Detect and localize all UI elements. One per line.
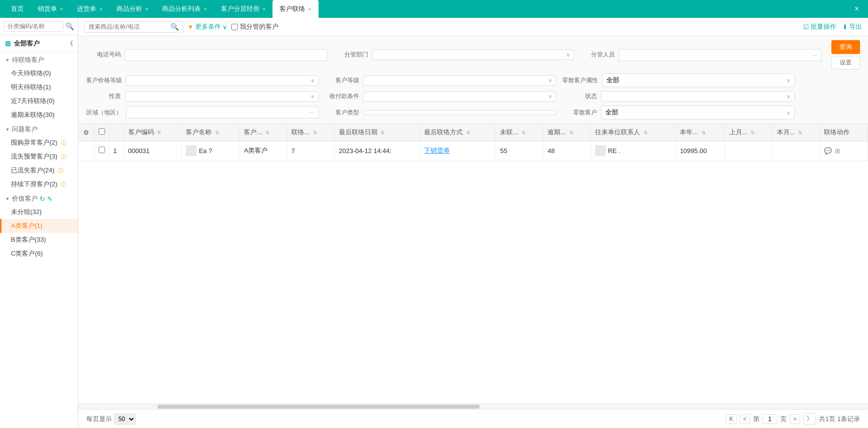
sidebar-item-churned[interactable]: 已流失客户(24) ⓘ [0,163,78,177]
sidebar-item-hoarding[interactable]: 囤购异常客户(2) ⓘ [0,136,78,150]
cust-level-select[interactable]: ∨ [363,75,557,86]
sidebar-item-tomorrow[interactable]: 明天待联络(1) [0,80,78,94]
first-page-button[interactable]: K [726,414,737,424]
last-page-button[interactable]: 》 [803,413,816,425]
sidebar-item-churn-warning[interactable]: 流失预警客户(3) ⓘ [0,150,78,163]
cust-type-select[interactable] [363,110,557,115]
retail-select[interactable]: 全部 ∨ [601,106,795,119]
grid-action-icon[interactable]: ⊞ [835,147,840,155]
nav-sales-order[interactable]: 销货单 × [31,0,70,18]
region-dots-icon: ··· [309,109,314,116]
table-header-row: ⚙ 客户编码 ⇅ 客户名称 ⇅ 客户... ⇅ 联络... ⇅ 最后联络日期 ⇅… [78,124,868,141]
nav-product-analysis-list[interactable]: 商品分析列表 × [155,0,214,18]
close-purchase-order-icon[interactable]: × [99,6,102,12]
last-way-link[interactable]: 下销货单 [424,147,450,154]
close-product-analysis-icon[interactable]: × [145,6,148,12]
select-all-checkbox[interactable] [99,128,105,135]
horizontal-scrollbar[interactable] [78,403,868,409]
no-contact-col-header[interactable]: 未联... ⇅ [496,124,543,141]
chat-icon[interactable]: 💬 [824,147,832,155]
filter-cust-level: 客户等级 ∨ [325,75,557,86]
sidebar-search-icon[interactable]: 🔍 [65,22,74,30]
person-select[interactable]: ··· [619,49,821,61]
last-month-col-header[interactable]: 上月... ⇅ [725,124,773,141]
row-select-checkbox[interactable] [99,147,105,153]
all-customers-label[interactable]: 全部客户 [14,39,40,48]
status-select[interactable]: ∨ [601,91,795,102]
sidebar-search-area: 🔍 [0,18,78,35]
section-pending-contact[interactable]: ▼ 待联络客户 [0,53,78,66]
cust-level-col-header[interactable]: 客户... ⇅ [240,124,287,141]
page-number-input[interactable] [762,414,777,424]
last-way-col-header[interactable]: 最后联络方式 ⇅ [420,124,496,141]
nature-chevron-icon: ∨ [311,94,314,99]
edit-icon[interactable]: ✎ [47,195,53,203]
region-label: 区域（地区） [86,108,122,117]
row-actions: 💬 ⊞ [820,141,868,160]
this-month-col-header[interactable]: 本月... ⇅ [772,124,820,141]
main-search-input[interactable] [89,23,167,30]
cust-code-col-header[interactable]: 客户编码 ⇅ [124,124,182,141]
row-last-way: 下销货单 [420,141,496,160]
section-value-customers[interactable]: ▼ 价值客户 ↻ ✎ [0,191,78,205]
last-date-col-header[interactable]: 最后联络日期 ⇅ [334,124,420,141]
sort-icon-unit: ⇅ [644,130,648,135]
close-customer-contact-icon[interactable]: × [308,6,311,12]
nav-purchase-order[interactable]: 进货单 × [70,0,109,18]
nav-home[interactable]: 首页 [4,0,31,18]
my-customers-filter: 我分管的客户 [231,22,278,31]
gear-col-header[interactable]: ⚙ [78,124,94,141]
prev-page-button[interactable]: < [740,414,750,424]
pay-term-select[interactable]: ∨ [363,91,557,102]
refresh-icon[interactable]: ↻ [40,195,45,203]
close-sales-order-icon[interactable]: × [60,6,63,12]
sidebar-item-7days[interactable]: 近7天待联络(0) [0,94,78,108]
dept-select[interactable]: ∨ [372,50,575,60]
sidebar-item-today[interactable]: 今天待联络(0) [0,66,78,80]
retail-attr-select[interactable]: 全部 ∨ [602,73,795,87]
batch-op-button[interactable]: ☑ 批量操作 [803,22,836,31]
next-page-button[interactable]: > [790,414,800,424]
nature-select[interactable]: ∨ [125,91,319,102]
section-problem-customers[interactable]: ▼ 问题客户 [0,122,78,136]
phone-input[interactable] [125,49,327,61]
warn-icon-4: ⓘ [61,181,66,187]
per-page-label: 每页显示 [86,415,112,424]
price-level-select[interactable]: ∨ [126,75,319,86]
search-wrapper: 🔍 [84,21,183,33]
right-actions: ☑ 批量操作 ⬇ 导出 [803,22,862,31]
unit-contact-col-header[interactable]: 往来单位联系人 ⇅ [591,124,675,141]
query-button[interactable]: 查询 [831,40,860,54]
sidebar-item-declining[interactable]: 持续下滑客户(2) ⓘ [0,177,78,191]
nav-product-analysis[interactable]: 商品分析 × [109,0,155,18]
nav-customer-segment[interactable]: 客户分层经营 × [214,0,272,18]
more-filters-button[interactable]: ▼ 更多条件 ∨ [187,22,227,31]
main-search-icon[interactable]: 🔍 [170,23,179,31]
close-product-list-icon[interactable]: × [204,6,207,12]
contact-col-header[interactable]: 联络... ⇅ [287,124,335,141]
overdue-col-header[interactable]: 逾期... ⇅ [543,124,591,141]
export-button[interactable]: ⬇ 导出 [842,22,862,31]
index-col-header [109,124,124,141]
sidebar-item-b-class[interactable]: B类客户(33) [0,233,78,247]
sidebar-item-ungroup[interactable]: 未分组(32) [0,205,78,219]
region-select[interactable]: ··· [126,107,319,118]
per-page-select[interactable]: 50 [114,414,136,425]
row-this-month [772,141,820,160]
sidebar-item-a-class[interactable]: A类客户(1) [0,219,78,233]
close-customer-segment-icon[interactable]: × [263,6,266,12]
nav-customer-contact[interactable]: 客户联络 × [272,0,318,18]
cust-name-col-header[interactable]: 客户名称 ⇅ [182,124,240,141]
close-all-button[interactable]: × [850,4,864,13]
this-year-col-header[interactable]: 本年... ⇅ [676,124,725,141]
sidebar-item-overdue[interactable]: 逾期未联络(30) [0,108,78,122]
sidebar-search-input[interactable] [4,21,63,32]
table-body: 1 000031 Ea ? A类客户 7 2023-04-12 14:44: [78,141,868,160]
sidebar-item-c-class[interactable]: C类客户(6) [0,247,78,261]
setting-button[interactable]: 设置 [831,56,860,69]
retail-chevron-icon: ∨ [787,110,790,115]
collapse-sidebar-icon[interactable]: 《 [67,40,73,48]
my-customers-checkbox[interactable] [231,24,238,30]
scrollbar-thumb[interactable] [158,405,480,409]
table-row: 1 000031 Ea ? A类客户 7 2023-04-12 14:44: [78,141,868,160]
